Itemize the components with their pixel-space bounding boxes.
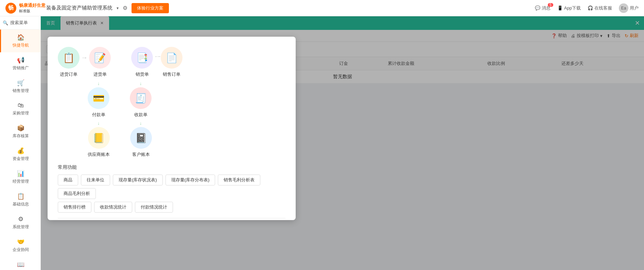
- sidebar-item-inventory[interactable]: 📦 库存核算: [0, 120, 40, 143]
- settings-icon[interactable]: ⚙: [123, 5, 127, 11]
- flow-node-purchase-bill[interactable]: 📝 进货单: [89, 47, 111, 77]
- operations-icon: 📊: [17, 170, 24, 177]
- main-layout: 🔍 搜索菜单 🏠 快捷导航 📢 营销推广 🛒 销售管理 🛍 采购管理 📦 库存核…: [0, 16, 644, 270]
- top-header: 畅 畅康通好生意 标准版 装备及固定资产辅助管理系统 ▾ ⚙ 体验行业方案 💬 …: [0, 0, 644, 16]
- receipt-bill-icon: 🧾: [130, 87, 152, 109]
- user-avatar: Ea: [619, 3, 628, 13]
- flow-node-receipt-bill[interactable]: 🧾 收款单: [130, 87, 152, 118]
- sidebar-item-sales[interactable]: 🛒 销售管理: [0, 75, 40, 98]
- func-btn-partners[interactable]: 往来单位: [81, 175, 110, 185]
- func-btn-sales-rank[interactable]: 销售排行榜: [58, 202, 91, 213]
- func-btn-receipt-stats[interactable]: 收款情况统计: [94, 202, 132, 213]
- sidebar-item-marketing[interactable]: 📢 营销推广: [0, 52, 40, 75]
- finance-icon: 💰: [17, 147, 24, 155]
- message-badge: 5: [548, 3, 553, 7]
- func-buttons-row1: 商品 往来单位 现存量(库存状况表) 现存量(库存分布表) 销售毛利分析表 商品…: [58, 175, 285, 199]
- func-btn-stock-dist[interactable]: 现存量(库存分布表): [166, 175, 215, 185]
- header-right: 💬 消息 5 📱 App下载 🎧 在线客服 Ea 用户: [535, 3, 639, 13]
- sidebar-item-system[interactable]: ⚙ 系统管理: [0, 211, 40, 234]
- flow-node-sales-order[interactable]: 📄 销售订单: [161, 47, 182, 77]
- message-button[interactable]: 💬 消息 5: [535, 5, 551, 11]
- sidebar-item-operations[interactable]: 📊 经营管理: [0, 166, 40, 188]
- customer-account-icon: 📓: [130, 127, 152, 149]
- sidebar-item-quick-nav[interactable]: 🏠 快捷导航: [0, 30, 40, 52]
- dropdown-arrow[interactable]: ▾: [117, 6, 119, 11]
- sales-order-icon: 📄: [161, 47, 182, 69]
- search-icon: 🔍: [3, 20, 8, 25]
- arrow-down-sales: ↓: [130, 81, 152, 86]
- flow-node-purchase-order[interactable]: 📋 进货订单: [58, 47, 80, 77]
- basic-info-icon: 📋: [17, 193, 24, 200]
- arrow-down-purchase: ↓: [88, 81, 109, 86]
- flow-node-customer-account[interactable]: 📓 客户账本: [130, 127, 152, 158]
- logo-text: 畅康通好生意 标准版: [19, 3, 46, 13]
- sales-bill-icon: 📑: [131, 47, 153, 69]
- overlay: 📋 进货订单 → 📝 进货单 📑: [41, 16, 644, 270]
- user-menu[interactable]: Ea 用户: [619, 3, 639, 13]
- online-service-button[interactable]: 🎧 在线客服: [588, 5, 612, 11]
- enterprise-icon: 🤝: [17, 238, 24, 246]
- flow-node-supplier-account[interactable]: 📒 供应商账本: [88, 127, 110, 158]
- func-btn-goods-profit[interactable]: 商品毛利分析: [58, 188, 96, 199]
- sidebar-item-purchase[interactable]: 🛍 采购管理: [0, 98, 40, 120]
- system-name: 装备及固定资产辅助管理系统: [46, 5, 112, 11]
- download-icon: 📱: [557, 5, 563, 11]
- inventory-icon: 📦: [17, 124, 24, 132]
- sidebar-item-guide[interactable]: 📖 新手引导: [0, 257, 40, 270]
- sidebar-item-finance[interactable]: 💰 资金管理: [0, 143, 40, 166]
- experience-button[interactable]: 体验行业方案: [132, 3, 169, 13]
- arrow-purchase-to-bill: →: [80, 47, 89, 61]
- popup-scrollbar: ◀ ▶: [58, 218, 285, 220]
- arrow-down-receipt: ↓: [130, 121, 152, 126]
- flow-node-sales-bill[interactable]: 📑 销货单: [131, 47, 153, 77]
- flow-node-payment-bill[interactable]: 💳 付款单: [88, 87, 109, 118]
- message-icon: 💬: [535, 5, 540, 11]
- func-btn-payment-stats[interactable]: 付款情况统计: [135, 202, 173, 213]
- func-btn-sales-profit[interactable]: 销售毛利分析表: [218, 175, 260, 185]
- quick-nav-icon: 🏠: [17, 34, 24, 41]
- arrow-down-payment: ↓: [88, 121, 109, 126]
- search-menu-button[interactable]: 🔍 搜索菜单: [0, 16, 40, 30]
- func-buttons-row2: 销售排行榜 收款情况统计 付款情况统计: [58, 202, 285, 213]
- purchase-order-icon: 📋: [58, 47, 80, 69]
- sales-icon: 🛒: [17, 79, 24, 87]
- common-functions: 常用功能 商品 往来单位 现存量(库存状况表) 现存量(库存分布表) 销售毛利分…: [58, 164, 285, 213]
- quick-nav-popup: 📋 进货订单 → 📝 进货单 📑: [48, 37, 296, 220]
- marketing-icon: 📢: [17, 56, 24, 64]
- logo-area: 畅 畅康通好生意 标准版: [5, 3, 46, 14]
- sidebar: 🔍 搜索菜单 🏠 快捷导航 📢 营销推广 🛒 销售管理 🛍 采购管理 📦 库存核…: [0, 16, 41, 270]
- supplier-account-icon: 📒: [88, 127, 110, 149]
- guide-icon: 📖: [17, 261, 24, 268]
- logo-icon: 畅: [5, 3, 16, 14]
- common-functions-title: 常用功能: [58, 164, 285, 170]
- purchase-icon: 🛍: [18, 102, 24, 109]
- func-btn-goods[interactable]: 商品: [58, 175, 78, 185]
- system-icon: ⚙: [18, 215, 23, 223]
- purchase-bill-icon: 📝: [89, 47, 111, 69]
- app-download-button[interactable]: 📱 App下载: [557, 5, 581, 11]
- service-icon: 🎧: [588, 5, 593, 11]
- header-center: 装备及固定资产辅助管理系统 ▾ ⚙ 体验行业方案: [46, 3, 535, 13]
- arrow-sales-order-to-bill: ←- -: [153, 47, 161, 59]
- payment-bill-icon: 💳: [88, 87, 109, 109]
- sidebar-item-basic-info[interactable]: 📋 基础信息: [0, 188, 40, 211]
- func-btn-stock-status[interactable]: 现存量(库存状况表): [113, 175, 163, 185]
- sidebar-item-enterprise[interactable]: 🤝 企业协同: [0, 234, 40, 257]
